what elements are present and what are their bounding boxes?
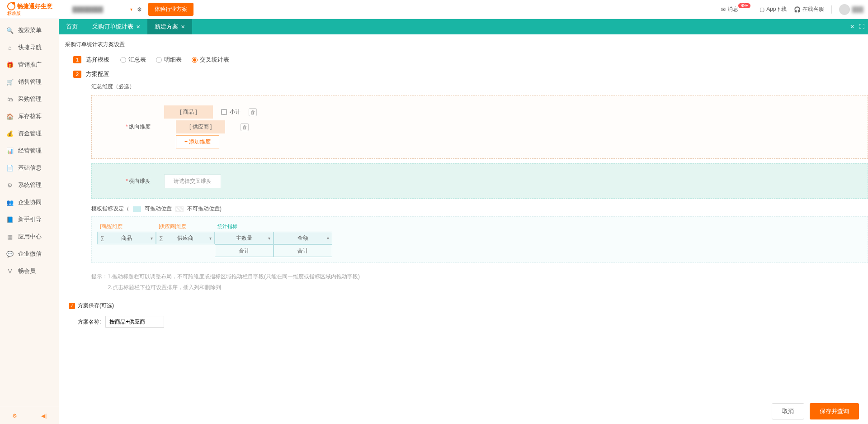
indicator-grid: [商品]维度 [供应商]维度 统计指标 ∑ 商品 ▾	[91, 216, 868, 263]
org-caret-icon[interactable]: ▾	[130, 7, 132, 12]
step1-label: 选择模板	[86, 56, 109, 64]
sidebar-item-label: 新手引导	[18, 215, 42, 224]
tab-1[interactable]: 采购订单统计表✕	[85, 19, 147, 34]
sidebar-item-2[interactable]: 🎁营销推广	[0, 56, 59, 73]
step1-num: 1	[73, 56, 81, 63]
divider	[831, 5, 832, 14]
app-download-link[interactable]: ▢ App下载	[760, 5, 787, 13]
page-content: 采购订单统计表方案设置 1 选择模板 汇总表	[59, 34, 868, 424]
gear-icon: ⚙	[6, 181, 14, 189]
summary-dim-label: 汇总维度（必选）	[91, 83, 868, 91]
sidebar-item-12[interactable]: ▦应用中心	[0, 228, 59, 245]
col-supplier[interactable]: ∑ 供应商 ▾	[156, 232, 215, 244]
tab-close-icon[interactable]: ✕	[181, 24, 185, 30]
brand-logo-icon	[7, 2, 15, 10]
delete-dim-product-icon[interactable]: 🗑	[249, 108, 257, 116]
save-plan-checkbox[interactable]: ✓ 方案保存(可选)	[69, 302, 868, 310]
wechat-icon: 💬	[6, 250, 14, 257]
sidebar-item-label: 应用中心	[18, 233, 42, 241]
col-main-qty-total: 合计	[215, 244, 274, 257]
step2-num: 2	[73, 71, 81, 78]
sidebar-item-14[interactable]: V畅会员	[0, 262, 59, 280]
brand-name: 畅捷通好生意	[17, 2, 52, 10]
sidebar-item-6[interactable]: 💰资金管理	[0, 125, 59, 142]
message-icon: ✉	[721, 6, 726, 13]
sidebar-item-label: 企业微信	[18, 250, 42, 258]
delete-dim-supplier-icon[interactable]: 🗑	[241, 123, 249, 131]
radio-icon	[156, 57, 162, 63]
subtotal-checkbox[interactable]: 小计	[221, 108, 241, 116]
sidebar-item-7[interactable]: 📊经营管理	[0, 142, 59, 159]
tabs-bar: 首页采购订单统计表✕新建方案✕ ✕ ⛶	[59, 19, 868, 34]
settings-icon[interactable]: ⚙	[137, 6, 142, 13]
radio-icon	[192, 57, 198, 63]
home-icon: ⌂	[6, 44, 14, 51]
checkbox-checked-icon: ✓	[69, 303, 75, 309]
vertical-dim-block: *纵向维度 [ 商品 ] 小计 🗑	[91, 95, 868, 159]
cross-dim-select[interactable]: 请选择交叉维度	[164, 174, 221, 188]
apps-icon: ▦	[6, 233, 14, 240]
user-menu[interactable]: ███	[839, 4, 863, 15]
brand-edition: 标准版	[7, 10, 21, 17]
col-amount-total: 合计	[274, 244, 332, 257]
plan-name-label: 方案名称:	[78, 318, 101, 326]
col-amount[interactable]: 金额 ▾	[274, 232, 332, 244]
close-all-tabs-icon[interactable]: ✕	[850, 24, 854, 30]
chevron-down-icon[interactable]: ▾	[327, 236, 329, 241]
sidebar-item-11[interactable]: 📘新手引导	[0, 211, 59, 228]
tab-close-icon[interactable]: ✕	[136, 24, 140, 30]
dim-chip-supplier[interactable]: [ 供应商 ]	[176, 120, 225, 133]
col-product[interactable]: ∑ 商品 ▾	[97, 232, 156, 244]
add-dimension-button[interactable]: + 添加维度	[176, 135, 219, 148]
chevron-down-icon[interactable]: ▾	[151, 236, 153, 241]
messages-link[interactable]: ✉ 消息 99+	[721, 5, 752, 13]
sidebar-item-label: 采购管理	[18, 95, 42, 103]
sidebar-item-label: 经营管理	[18, 147, 42, 155]
avatar-icon	[839, 4, 850, 15]
grid-header-product: [商品]维度	[97, 222, 156, 231]
sidebar-item-10[interactable]: 👥企业协同	[0, 194, 59, 211]
tab-label: 采购订单统计表	[92, 23, 133, 31]
sidebar-item-1[interactable]: ⌂快捷导航	[0, 39, 59, 56]
col-main-qty[interactable]: 主数量 ▾	[215, 232, 274, 244]
online-service-link[interactable]: 🎧 在线客服	[794, 5, 824, 13]
plan-name-input[interactable]	[105, 316, 164, 328]
sidebar-item-0[interactable]: 🔍搜索菜单	[0, 22, 59, 39]
dim-chip-product[interactable]: [ 商品 ]	[164, 105, 213, 119]
sidebar-item-8[interactable]: 📄基础信息	[0, 159, 59, 176]
radio-summary[interactable]: 汇总表	[120, 56, 146, 64]
tab-label: 新建方案	[155, 23, 178, 31]
sidebar-item-9[interactable]: ⚙系统管理	[0, 176, 59, 194]
radio-cross[interactable]: 交叉统计表	[192, 56, 229, 64]
bag-icon: 🛍	[6, 95, 14, 103]
cart-icon: 🛒	[6, 78, 14, 86]
cancel-button[interactable]: 取消	[772, 403, 804, 419]
gift-icon: 🎁	[6, 61, 14, 68]
sidebar-item-5[interactable]: 🏠库存核算	[0, 108, 59, 125]
tab-2[interactable]: 新建方案✕	[147, 19, 192, 34]
save-query-button[interactable]: 保存并查询	[810, 403, 859, 419]
money-icon: 💰	[6, 130, 14, 137]
sidebar-item-label: 搜索菜单	[18, 26, 42, 34]
legend-nondraggable-icon	[175, 206, 184, 212]
chevron-down-icon[interactable]: ▾	[268, 236, 270, 241]
trial-button[interactable]: 体验行业方案	[148, 3, 193, 16]
sidebar-item-label: 基础信息	[18, 164, 42, 172]
page-title: 采购订单统计表方案设置	[64, 39, 868, 53]
headset-icon: 🎧	[794, 6, 801, 13]
sidebar-collapse-icon[interactable]: ◀|	[41, 413, 47, 419]
fullscreen-icon[interactable]: ⛶	[859, 24, 864, 30]
doc-icon: 📄	[6, 164, 14, 172]
tab-label: 首页	[66, 23, 78, 31]
sidebar-item-4[interactable]: 🛍采购管理	[0, 91, 59, 108]
sidebar-item-3[interactable]: 🛒销售管理	[0, 73, 59, 91]
radio-detail[interactable]: 明细表	[156, 56, 182, 64]
chevron-down-icon[interactable]: ▾	[209, 236, 212, 241]
sidebar-item-13[interactable]: 💬企业微信	[0, 245, 59, 262]
sidebar: 🔍搜索菜单⌂快捷导航🎁营销推广🛒销售管理🛍采购管理🏠库存核算💰资金管理📊经营管理…	[0, 19, 59, 424]
horizontal-dim-block: *横向维度 请选择交叉维度	[91, 163, 868, 199]
org-selector[interactable]: ████████	[72, 6, 103, 13]
sidebar-settings-icon[interactable]: ⚙	[12, 413, 17, 419]
tab-0[interactable]: 首页	[59, 19, 85, 34]
sidebar-item-label: 畅会员	[18, 267, 36, 275]
